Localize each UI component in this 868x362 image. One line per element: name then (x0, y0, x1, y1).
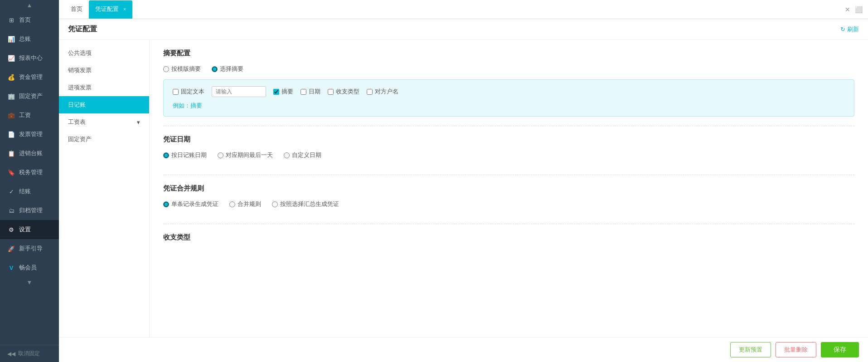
left-nav-journal-label: 日记账 (68, 101, 86, 109)
left-nav-journal[interactable]: 日记账 (59, 96, 149, 113)
radio-custom-date-label: 自定义日期 (292, 151, 321, 159)
radio-last-day[interactable]: 对应期间最后一天 (218, 151, 273, 159)
checkbox-date-label: 日期 (309, 88, 320, 96)
left-nav-payroll-table[interactable]: 工资表 ▾ (59, 113, 149, 131)
settings-icon: ⚙ (7, 226, 15, 233)
summary-example-value: 摘要 (190, 102, 202, 109)
radio-template-summary-label: 按模版摘要 (171, 65, 201, 73)
radio-single-record[interactable]: 单条记录生成凭证 (163, 200, 218, 208)
radio-merge-rule-input[interactable] (229, 201, 235, 207)
checkbox-fixed-text[interactable]: 固定文本 (173, 88, 204, 96)
radio-select-summary[interactable]: 选择摘要 (212, 65, 243, 73)
radio-custom-date[interactable]: 自定义日期 (284, 151, 321, 159)
left-nav-fixed-assets-label: 固定资产 (68, 135, 92, 143)
checkbox-fixed-text-input[interactable] (173, 89, 179, 95)
checkbox-counterpart-input[interactable] (367, 89, 373, 95)
chevron-down-icon: ▾ (137, 119, 140, 126)
radio-template-summary-input[interactable] (163, 66, 169, 72)
radio-journal-date-label: 按日记账日期 (171, 151, 207, 159)
archive-icon: 🗂 (7, 207, 15, 214)
save-button[interactable]: 保存 (821, 342, 859, 357)
radio-select-summary-label: 选择摘要 (220, 65, 243, 73)
radio-select-merge[interactable]: 按照选择汇总生成凭证 (272, 200, 339, 208)
tab-close-icon[interactable]: × (123, 6, 126, 12)
voucher-merge-section: 凭证合并规则 单条记录生成凭证 合并规则 按照选择汇总生成凭证 (163, 184, 854, 224)
summary-config-box: 固定文本 摘要 日期 (163, 79, 854, 117)
sidebar-item-funds[interactable]: 💰 资金管理 (0, 68, 59, 87)
window-close-icon[interactable]: ✕ (845, 6, 850, 13)
income-type-title: 收支类型 (163, 233, 854, 242)
sidebar-item-home[interactable]: ⊞ 首页 (0, 10, 59, 29)
sidebar-item-label: 归档管理 (19, 206, 43, 215)
sidebar-item-assets[interactable]: 🏢 固定资产 (0, 87, 59, 106)
sidebar-item-ledger[interactable]: 📊 总账 (0, 29, 59, 49)
tab-home[interactable]: 首页 (64, 0, 89, 19)
sidebar-item-label: 畅会员 (19, 264, 37, 272)
sidebar-item-checkout[interactable]: ✓ 结账 (0, 182, 59, 201)
summary-config-title: 摘要配置 (163, 49, 854, 58)
left-nav-public-label: 公共选项 (68, 49, 92, 57)
voucher-date-section: 凭证日期 按日记账日期 对应期间最后一天 自定义日期 (163, 135, 854, 175)
assets-icon: 🏢 (7, 93, 15, 100)
left-nav-purchase-invoice-label: 进项发票 (68, 83, 92, 92)
sidebar-item-label: 报表中心 (19, 54, 43, 62)
left-nav-payroll-table-label: 工资表 (68, 118, 86, 126)
sidebar-item-vip[interactable]: V 畅会员 (0, 258, 59, 277)
fixed-text-input[interactable] (212, 86, 266, 97)
radio-journal-date-input[interactable] (163, 152, 169, 158)
radio-journal-date[interactable]: 按日记账日期 (163, 151, 207, 159)
page-content: 凭证配置 ↻ 刷新 公共选项 销项发票 进项发票 日记账 (59, 19, 868, 362)
right-content: 摘要配置 按模版摘要 选择摘要 (150, 40, 868, 337)
checkbox-income-type-input[interactable] (328, 89, 334, 95)
radio-single-record-input[interactable] (163, 201, 169, 207)
sidebar-item-payroll[interactable]: 💼 工资 (0, 106, 59, 125)
sidebar-item-label: 总账 (19, 35, 31, 43)
checkbox-summary-input[interactable] (273, 89, 279, 95)
checkbox-date-input[interactable] (301, 89, 306, 95)
checkbox-summary[interactable]: 摘要 (273, 88, 293, 96)
sidebar-item-label: 发票管理 (19, 130, 43, 138)
sidebar-item-guide[interactable]: 🚀 新手引导 (0, 239, 59, 258)
payroll-icon: 💼 (7, 112, 15, 119)
checkbox-counterpart[interactable]: 对方户名 (367, 88, 398, 96)
sidebar-item-label: 进销台账 (19, 149, 43, 157)
radio-last-day-input[interactable] (218, 152, 223, 158)
radio-select-merge-input[interactable] (272, 201, 278, 207)
sidebar-item-settings[interactable]: ⚙ 设置 (0, 220, 59, 239)
refresh-label: 刷新 (847, 25, 859, 34)
sidebar-item-archive[interactable]: 🗂 归档管理 (0, 201, 59, 220)
left-nav: 公共选项 销项发票 进项发票 日记账 工资表 ▾ 固定资产 (59, 40, 150, 337)
sidebar-unpin-button[interactable]: ◀◀ 取消固定 (0, 345, 59, 362)
sidebar-item-sales-ledger[interactable]: 📋 进销台账 (0, 144, 59, 163)
sidebar-item-tax[interactable]: 🔖 税务管理 (0, 163, 59, 182)
radio-template-summary[interactable]: 按模版摘要 (163, 65, 201, 73)
sidebar-item-invoice-mgmt[interactable]: 📄 发票管理 (0, 125, 59, 144)
left-nav-public[interactable]: 公共选项 (59, 44, 149, 62)
voucher-merge-radio-group: 单条记录生成凭证 合并规则 按照选择汇总生成凭证 (163, 200, 854, 208)
window-maximize-icon[interactable]: ⬜ (855, 6, 863, 13)
radio-select-summary-input[interactable] (212, 66, 218, 72)
tab-bar: 首页 凭证配置 × ✕ ⬜ (59, 0, 868, 19)
sidebar-scroll-down[interactable]: ▼ (0, 277, 59, 288)
left-nav-purchase-invoice[interactable]: 进项发票 (59, 79, 149, 96)
left-nav-fixed-assets[interactable]: 固定资产 (59, 131, 149, 148)
checkbox-date[interactable]: 日期 (301, 88, 320, 96)
update-preview-button[interactable]: 更新预置 (730, 342, 771, 357)
left-nav-sales-invoice[interactable]: 销项发票 (59, 62, 149, 79)
refresh-icon: ↻ (840, 26, 845, 33)
page-title: 凭证配置 (68, 24, 97, 34)
batch-delete-button[interactable]: 批量删除 (776, 342, 816, 357)
checkbox-summary-label: 摘要 (281, 88, 293, 96)
tab-voucher-config[interactable]: 凭证配置 × (89, 0, 132, 19)
checkbox-income-type[interactable]: 收支类型 (328, 88, 359, 96)
sidebar-item-reports[interactable]: 📈 报表中心 (0, 49, 59, 68)
refresh-button[interactable]: ↻ 刷新 (840, 25, 859, 34)
radio-merge-rule[interactable]: 合并规则 (229, 200, 261, 208)
sidebar-scroll-up[interactable]: ▲ (0, 0, 59, 10)
funds-icon: 💰 (7, 74, 15, 81)
sidebar: ▲ ⊞ 首页 📊 总账 📈 报表中心 💰 资金管理 🏢 固定资产 💼 工资 📄 … (0, 0, 59, 362)
sidebar-item-label: 首页 (19, 16, 31, 24)
summary-example-prefix: 例如： (173, 102, 190, 109)
checkbox-income-type-label: 收支类型 (336, 88, 359, 96)
radio-custom-date-input[interactable] (284, 152, 290, 158)
